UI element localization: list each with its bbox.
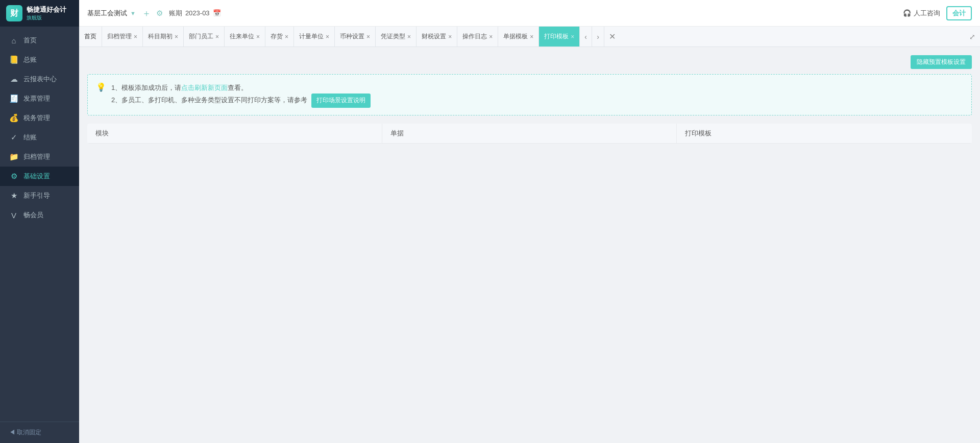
sidebar-label-reports: 云报表中心 (23, 75, 57, 84)
tab-close-supplier[interactable]: × (256, 33, 260, 40)
tab-close-taxsetting[interactable]: × (448, 33, 452, 40)
calendar-icon[interactable]: 📅 (213, 9, 221, 17)
tab-oplog[interactable]: 操作日志× (457, 27, 498, 47)
tab-close-dept[interactable]: × (215, 33, 219, 40)
tab-label-archive: 归档管理 (107, 32, 132, 41)
archive-icon: 📁 (9, 152, 18, 161)
info-line2: 2、多员工、多打印机、多种业务类型设置不同打印方案等，请参考 打印场景设置说明 (111, 94, 373, 108)
tab-label-singleform: 单据模板 (503, 32, 528, 41)
tab-label-inventory: 存货 (271, 32, 283, 41)
col-single-form: 单据 (382, 124, 677, 143)
tab-measure[interactable]: 计量单位× (294, 27, 335, 47)
sidebar-item-archive[interactable]: 📁归档管理 (0, 147, 79, 167)
tab-taxsetting[interactable]: 财税设置× (416, 27, 457, 47)
tab-voucher[interactable]: 凭证类型× (376, 27, 416, 47)
info-box: 💡 1、模板添加成功后，请点击刷新新页面查看。 2、多员工、多打印机、多种业务类… (87, 74, 972, 115)
tab-close-archive[interactable]: × (134, 33, 137, 40)
tab-supplier[interactable]: 往来单位× (225, 27, 265, 47)
col-module: 模块 (87, 124, 382, 143)
print-scene-button[interactable]: 打印场景设置说明 (311, 94, 371, 108)
tab-close-measure[interactable]: × (326, 33, 329, 40)
sidebar-label-guide: 新手引导 (23, 191, 50, 200)
hide-template-row: 隐藏预置模板设置 (87, 55, 972, 69)
tab-currency[interactable]: 币种设置× (335, 27, 376, 47)
accounting-period: 账期 2023-03 📅 (169, 9, 221, 18)
ledger-icon: 📒 (9, 55, 18, 64)
sidebar-item-guide[interactable]: ★新手引导 (0, 186, 79, 205)
expand-button[interactable]: ⤢ (965, 27, 980, 47)
tab-subject[interactable]: 科目期初× (143, 27, 184, 47)
sidebar-label-basic: 基础设置 (23, 172, 50, 181)
company-name: 基层工会测试 (87, 9, 127, 18)
sidebar-item-home[interactable]: ⌂首页 (0, 31, 79, 50)
sidebar-item-tax[interactable]: 💰税务管理 (0, 108, 79, 128)
tab-close-subject[interactable]: × (175, 33, 178, 40)
main-area: 基层工会测试 ▼ ＋ ⚙ 账期 2023-03 📅 🎧 人工咨询 会计 首页归档… (79, 0, 980, 443)
sidebar: 财 畅捷通好会计 旗舰版 ⌂首页📒总账☁云报表中心🧾发票管理💰税务管理✓结账📁归… (0, 0, 79, 443)
topbar: 基层工会测试 ▼ ＋ ⚙ 账期 2023-03 📅 🎧 人工咨询 会计 (79, 0, 980, 27)
tab-close-currency[interactable]: × (366, 33, 370, 40)
info-line1-before: 1、模板添加成功后，请 (111, 84, 181, 91)
company-dropdown-icon: ▼ (130, 10, 136, 16)
company-selector[interactable]: 基层工会测试 ▼ (87, 9, 136, 18)
table-header: 模块 单据 打印模板 (87, 124, 972, 144)
reports-icon: ☁ (9, 75, 18, 84)
invoice-icon: 🧾 (9, 94, 18, 103)
tab-printtemplate[interactable]: 打印模板× (539, 27, 580, 47)
tab-archive[interactable]: 归档管理× (102, 27, 143, 47)
tab-close-inventory[interactable]: × (285, 33, 288, 40)
sidebar-item-invoice[interactable]: 🧾发票管理 (0, 89, 79, 108)
lightbulb-icon: 💡 (96, 82, 106, 92)
hide-template-button[interactable]: 隐藏预置模板设置 (911, 55, 972, 69)
sidebar-item-basic[interactable]: ⚙基础设置 (0, 167, 79, 186)
tax-icon: 💰 (9, 113, 18, 123)
logo-text: 畅捷通好会计 旗舰版 (27, 5, 66, 21)
tab-close-singleform[interactable]: × (530, 33, 533, 40)
logo-title: 畅捷通好会计 (27, 5, 66, 14)
sidebar-item-settlement[interactable]: ✓结账 (0, 128, 79, 147)
guide-icon: ★ (9, 191, 18, 200)
info-line2-before: 2、多员工、多打印机、多种业务类型设置不同打印方案等，请参考 (111, 96, 307, 104)
col-print-template: 打印模板 (677, 124, 972, 143)
support-button[interactable]: 🎧 人工咨询 (903, 9, 940, 18)
account-button[interactable]: 会计 (946, 6, 972, 20)
basic-icon: ⚙ (9, 172, 18, 181)
settings-icon[interactable]: ⚙ (156, 9, 163, 18)
tab-label-supplier: 往来单位 (230, 32, 254, 41)
tab-label-voucher: 凭证类型 (381, 32, 405, 41)
home-icon: ⌂ (9, 36, 18, 45)
tab-inventory[interactable]: 存货× (265, 27, 294, 47)
sidebar-label-tax: 税务管理 (23, 113, 50, 123)
tab-dept[interactable]: 部门员工× (184, 27, 225, 47)
sidebar-label-archive: 归档管理 (23, 152, 50, 161)
tab-close-voucher[interactable]: × (407, 33, 411, 40)
topbar-actions: ＋ ⚙ (142, 7, 163, 19)
sidebar-label-ledger: 总账 (23, 55, 37, 64)
tab-home[interactable]: 首页 (79, 27, 102, 47)
tab-label-oplog: 操作日志 (462, 32, 487, 41)
sidebar-label-member: 畅会员 (23, 211, 43, 220)
tab-next-button[interactable]: › (592, 27, 604, 47)
unpin-button[interactable]: ◀ 取消固定 (0, 422, 79, 443)
tabbar: 首页归档管理×科目期初×部门员工×往来单位×存货×计量单位×币种设置×凭证类型×… (79, 27, 980, 47)
add-tab-button[interactable]: ＋ (142, 7, 151, 19)
info-line1: 1、模板添加成功后，请点击刷新新页面查看。 (111, 82, 373, 94)
logo-subtitle: 旗舰版 (27, 14, 66, 21)
sidebar-item-member[interactable]: V畅会员 (0, 205, 79, 225)
period-value: 2023-03 (185, 9, 210, 17)
tab-prev-button[interactable]: ‹ (580, 27, 592, 47)
tab-label-taxsetting: 财税设置 (422, 32, 446, 41)
sidebar-item-reports[interactable]: ☁云报表中心 (0, 69, 79, 89)
tab-close-printtemplate[interactable]: × (571, 33, 574, 40)
tab-label-currency: 币种设置 (340, 32, 364, 41)
logo-area: 财 畅捷通好会计 旗舰版 (0, 0, 79, 27)
tab-close-oplog[interactable]: × (489, 33, 493, 40)
sidebar-item-ledger[interactable]: 📒总账 (0, 50, 79, 69)
tab-label-measure: 计量单位 (299, 32, 324, 41)
tab-label-subject: 科目期初 (148, 32, 173, 41)
refresh-link[interactable]: 点击刷新新页面 (181, 84, 228, 91)
sidebar-label-invoice: 发票管理 (23, 94, 50, 103)
close-all-tabs-button[interactable]: ✕ (604, 27, 620, 47)
headphone-icon: 🎧 (903, 9, 911, 17)
tab-singleform[interactable]: 单据模板× (498, 27, 539, 47)
